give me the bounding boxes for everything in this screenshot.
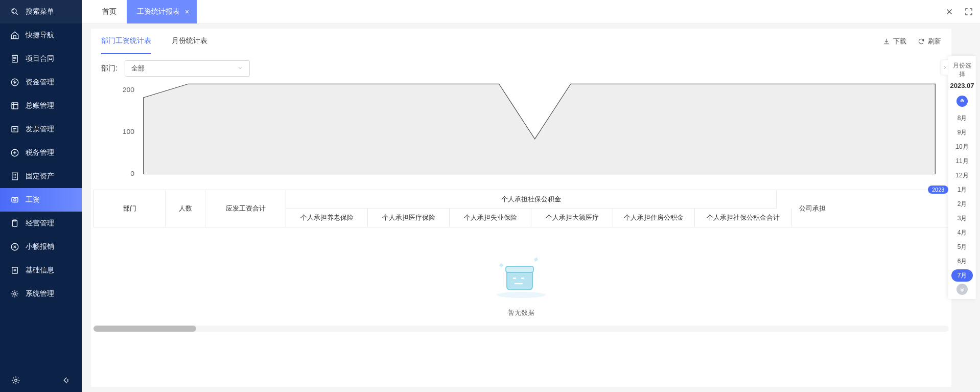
clipboard-icon — [10, 219, 19, 228]
sidebar-item-label: 基础信息 — [26, 266, 54, 275]
dept-select[interactable]: 全部 — [125, 60, 250, 77]
sidebar-item-quicknav[interactable]: 快捷导航 — [0, 24, 82, 47]
invoice-icon — [10, 125, 19, 134]
tab-label: 工资统计报表 — [137, 7, 180, 16]
download-button[interactable]: 下载 — [883, 37, 906, 46]
main-area: 首页 工资统计报表 × 部门工资统计表 月份统计表 下载 — [82, 0, 980, 392]
th-unemploy: 个人承担失业保险 — [450, 209, 531, 227]
sidebar-item-ledger[interactable]: 总账管理 — [0, 94, 82, 118]
svg-rect-18 — [521, 278, 524, 279]
salary-chart: 200 100 0 — [91, 79, 951, 183]
sidebar-item-business[interactable]: 经营管理 — [0, 212, 82, 235]
sidebar-item-system[interactable]: 系统管理 — [0, 282, 82, 306]
refresh-button[interactable]: 刷新 — [918, 37, 941, 46]
subtab-month[interactable]: 月份统计表 — [172, 29, 207, 54]
sidebar-item-project[interactable]: 项目合同 — [0, 47, 82, 71]
horizontal-scrollbar[interactable] — [94, 326, 949, 332]
collapse-sidebar-icon[interactable] — [61, 376, 71, 385]
month-item[interactable]: 12月 — [948, 168, 976, 182]
sidebar-item-assets[interactable]: 固定资产 — [0, 165, 82, 188]
refresh-icon — [918, 38, 925, 45]
chart-area-path — [144, 84, 936, 174]
sidebar-item-label: 发票管理 — [26, 125, 54, 134]
y-tick-0: 0 — [130, 170, 134, 177]
info-icon — [10, 266, 19, 275]
month-item[interactable]: 5月 — [948, 240, 976, 254]
salary-table: 部门 人数 应发工资合计 个人承担社保公积金 个人承担养老保险 个人承担医疗保险… — [94, 190, 949, 322]
chevron-down-icon — [237, 65, 243, 73]
month-item[interactable]: 7月 — [951, 269, 973, 282]
sidebar-item-search[interactable]: 搜索菜单 — [0, 0, 82, 24]
month-item[interactable]: 2月 — [948, 197, 976, 211]
sidebar-item-label: 系统管理 — [26, 289, 54, 298]
collapse-month-panel[interactable] — [941, 60, 948, 75]
month-scroll-down[interactable] — [956, 284, 968, 295]
search-icon — [10, 7, 19, 16]
th-group-personal: 个人承担社保公积金 — [286, 190, 777, 209]
th-medical: 个人承担医疗保险 — [368, 209, 450, 227]
month-panel-current: 2023.07 — [948, 82, 976, 94]
th-pension: 个人承担养老保险 — [286, 209, 368, 227]
svg-rect-3 — [12, 103, 18, 109]
month-item[interactable]: 1月2023 — [948, 182, 976, 197]
expense-icon — [10, 242, 19, 251]
sidebar-item-baseinfo[interactable]: 基础信息 — [0, 259, 82, 282]
month-item[interactable]: 4月 — [948, 225, 976, 240]
home-icon — [10, 31, 19, 40]
sidebar-item-label: 固定资产 — [26, 172, 54, 181]
scroll-thumb[interactable] — [94, 326, 196, 332]
fullscreen-icon[interactable] — [964, 7, 974, 17]
close-all-tabs-icon[interactable] — [944, 7, 954, 17]
month-item[interactable]: 3月 — [948, 211, 976, 225]
th-housing: 个人承担住房公积金 — [613, 209, 695, 227]
salary-icon — [10, 195, 19, 204]
system-icon — [10, 289, 19, 298]
month-scroll-up[interactable] — [956, 96, 968, 107]
contract-icon — [10, 54, 19, 63]
month-item[interactable]: 10月 — [948, 140, 976, 154]
month-item[interactable]: 8月 — [948, 111, 976, 125]
tax-icon — [10, 148, 19, 157]
sidebar-item-label: 项目合同 — [26, 54, 54, 63]
tab-home[interactable]: 首页 — [92, 0, 127, 24]
svg-rect-6 — [12, 173, 18, 180]
sidebar-item-invoice[interactable]: 发票管理 — [0, 118, 82, 141]
svg-rect-7 — [12, 198, 18, 202]
th-company: 公司承担 — [792, 190, 833, 227]
empty-text: 暂无数据 — [508, 308, 534, 317]
y-tick-100: 100 — [123, 128, 134, 135]
sidebar-item-funds[interactable]: 资金管理 — [0, 71, 82, 94]
sidebar: 搜索菜单 快捷导航 项目合同 资金管理 总账管理 发票管理 — [0, 0, 82, 392]
month-item[interactable]: 9月 — [948, 125, 976, 140]
svg-point-13 — [15, 379, 17, 382]
svg-rect-11 — [12, 267, 18, 273]
sidebar-item-label: 资金管理 — [26, 78, 54, 87]
ledger-icon — [10, 101, 19, 110]
subtab-dept[interactable]: 部门工资统计表 — [101, 29, 151, 54]
th-dept: 部门 — [94, 190, 166, 227]
tabs-strip: 首页 工资统计报表 × — [82, 0, 980, 24]
page-card: 部门工资统计表 月份统计表 下载 刷新 部门: 全部 — [91, 29, 951, 387]
svg-rect-16 — [506, 266, 533, 272]
sidebar-item-label: 税务管理 — [26, 148, 54, 157]
tab-salary-report[interactable]: 工资统计报表 × — [127, 0, 197, 24]
close-icon[interactable]: × — [185, 8, 189, 16]
th-gross: 应发工资合计 — [205, 190, 286, 227]
coin-icon — [10, 78, 19, 87]
building-icon — [10, 172, 19, 181]
svg-point-14 — [497, 292, 546, 298]
gear-icon[interactable] — [11, 376, 20, 385]
month-item[interactable]: 11月 — [948, 154, 976, 168]
sidebar-item-label: 小畅报销 — [26, 242, 54, 251]
sidebar-item-label: 快捷导航 — [26, 31, 54, 40]
sidebar-item-salary[interactable]: 工资 — [0, 188, 82, 212]
svg-rect-17 — [513, 278, 516, 279]
month-selector-panel: 月份选择 2023.07 8月9月10月11月12月1月20232月3月4月5月… — [948, 56, 976, 299]
sidebar-item-expense[interactable]: 小畅报销 — [0, 235, 82, 259]
svg-point-12 — [14, 293, 16, 295]
month-item[interactable]: 6月 — [948, 254, 976, 268]
sidebar-item-tax[interactable]: 税务管理 — [0, 141, 82, 165]
svg-rect-4 — [12, 127, 18, 132]
th-personal-total: 个人承担社保公积金合计 — [695, 209, 792, 227]
month-panel-title: 月份选择 — [948, 56, 976, 82]
